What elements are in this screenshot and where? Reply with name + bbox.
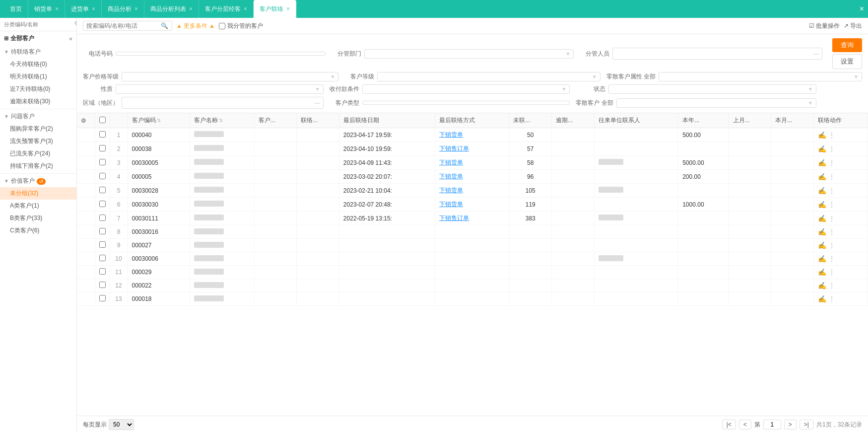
grid-action-icon[interactable]: ⋮ — [828, 255, 835, 263]
row-checkbox-cell[interactable] — [95, 212, 110, 225]
reset-button[interactable]: 设置 — [832, 54, 862, 69]
chat-icon[interactable]: ✍ — [818, 173, 826, 181]
row-last-way[interactable]: 下销货单 — [435, 156, 509, 170]
row-checkbox[interactable] — [99, 268, 106, 275]
settings-col-header[interactable]: ⚙ — [77, 113, 95, 128]
sidebar-item-today[interactable]: 今天待联络(0) — [0, 58, 76, 71]
sidebar-item-lost[interactable]: 已流失客户(24) — [0, 147, 76, 160]
tab-sales-close[interactable]: × — [55, 5, 59, 12]
group-problem-customers[interactable]: ▼ 问题客户 — [0, 110, 76, 123]
sidebar-item-ungrouped[interactable]: 未分组(32) — [0, 187, 76, 200]
chat-icon[interactable]: ✍ — [818, 295, 826, 303]
sidebar-item-declining[interactable]: 持续下滑客户(2) — [0, 160, 76, 172]
sidebar-item-class-c[interactable]: C类客户(6) — [0, 224, 76, 237]
manager-input[interactable]: ··· — [612, 48, 822, 60]
row-checkbox-cell[interactable] — [95, 252, 110, 266]
chat-icon[interactable]: ✍ — [818, 228, 826, 236]
grid-action-icon[interactable]: ⋮ — [828, 145, 835, 153]
chat-icon[interactable]: ✍ — [818, 268, 826, 276]
sidebar-item-class-b[interactable]: B类客户(33) — [0, 212, 76, 224]
search-icon[interactable]: 🔍 — [161, 22, 168, 29]
more-conditions-btn[interactable]: ▲ 更多条件 ▲ — [176, 22, 215, 30]
grid-action-icon[interactable]: ⋮ — [828, 187, 835, 195]
sidebar-item-abnormal[interactable]: 囤购异常客户(2) — [0, 123, 76, 135]
group-pending-contact[interactable]: ▼ 待联络客户 — [0, 46, 76, 58]
phone-input[interactable] — [116, 52, 326, 56]
export-btn[interactable]: ↗ 导出 — [844, 22, 862, 30]
row-checkbox[interactable] — [99, 241, 106, 248]
table-settings-icon[interactable]: ⚙ — [81, 117, 86, 124]
nature-select[interactable]: ▼ — [116, 84, 324, 94]
row-checkbox[interactable] — [99, 201, 106, 207]
row-checkbox-cell[interactable] — [95, 128, 110, 142]
tab-customer-mgr[interactable]: 客户分层经客 × — [199, 0, 254, 18]
window-close-icon[interactable]: × — [860, 4, 864, 13]
status-select[interactable]: ▼ — [608, 84, 816, 94]
sidebar-item-7days[interactable]: 近7天待联络(0) — [0, 83, 76, 95]
tab-analysis-list-close[interactable]: × — [189, 5, 193, 12]
page-size-select[interactable]: 50 100 200 — [109, 419, 134, 430]
customer-level-select[interactable]: ▼ — [377, 72, 600, 81]
grid-action-icon[interactable]: ⋮ — [828, 173, 835, 181]
retail-attr-select[interactable]: ▼ — [659, 72, 862, 81]
checkbox-col-header[interactable] — [95, 113, 110, 128]
row-checkbox[interactable] — [99, 131, 106, 138]
my-customers-checkbox[interactable] — [219, 23, 225, 29]
row-last-way[interactable]: 下销货单 — [435, 170, 509, 184]
row-checkbox[interactable] — [99, 228, 106, 234]
row-checkbox[interactable] — [99, 173, 106, 179]
row-checkbox-cell[interactable] — [95, 170, 110, 184]
row-last-way[interactable]: 下销货单 — [435, 128, 509, 142]
grid-action-icon[interactable]: ⋮ — [828, 228, 835, 236]
batch-ops-btn[interactable]: ☑ 批量操作 — [809, 22, 840, 30]
tab-sales[interactable]: 销货单 × — [28, 0, 65, 18]
row-checkbox-cell[interactable] — [95, 142, 110, 156]
grid-action-icon[interactable]: ⋮ — [828, 131, 835, 139]
row-checkbox[interactable] — [99, 187, 106, 193]
grid-action-icon[interactable]: ⋮ — [828, 295, 835, 303]
grid-action-icon[interactable]: ⋮ — [828, 159, 835, 167]
row-checkbox-cell[interactable] — [95, 198, 110, 212]
region-input[interactable]: ··· — [122, 97, 324, 109]
chat-icon[interactable]: ✍ — [818, 131, 826, 139]
code-col-header[interactable]: 客户编码 ⇅ — [128, 113, 190, 128]
row-last-way[interactable] — [435, 266, 509, 279]
row-checkbox[interactable] — [99, 282, 106, 288]
row-last-way[interactable]: 下销售订单 — [435, 212, 509, 225]
sidebar-item-tomorrow[interactable]: 明天待联络(1) — [0, 71, 76, 83]
chat-icon[interactable]: ✍ — [818, 241, 826, 249]
row-checkbox-cell[interactable] — [95, 239, 110, 252]
page-number-input[interactable] — [763, 420, 781, 430]
grid-action-icon[interactable]: ⋮ — [828, 215, 835, 222]
row-checkbox[interactable] — [99, 159, 106, 165]
payment-select[interactable]: ▼ — [362, 84, 570, 94]
row-last-way[interactable] — [435, 239, 509, 252]
price-level-select[interactable]: ▼ — [122, 72, 338, 81]
chat-icon[interactable]: ✍ — [818, 255, 826, 263]
retail-customer-select[interactable]: ▼ — [616, 98, 816, 108]
dept-select[interactable]: ▼ — [364, 49, 574, 59]
row-last-way[interactable] — [435, 252, 509, 266]
grid-action-icon[interactable]: ⋮ — [828, 268, 835, 276]
row-checkbox-cell[interactable] — [95, 279, 110, 292]
tab-analysis-close[interactable]: × — [134, 5, 138, 12]
tab-customer-contact-close[interactable]: × — [286, 5, 290, 12]
row-last-way[interactable]: 下销货单 — [435, 198, 509, 212]
sidebar-search-input[interactable] — [4, 21, 72, 27]
all-customers-header[interactable]: ⊞ 全部客户 « — [0, 31, 76, 46]
row-checkbox[interactable] — [99, 215, 106, 221]
tab-customer-contact[interactable]: 客户联络 × — [254, 0, 296, 18]
sidebar-item-at-risk[interactable]: 流失预警客户(3) — [0, 135, 76, 147]
tab-purchase-close[interactable]: × — [92, 5, 95, 12]
row-checkbox[interactable] — [99, 295, 106, 301]
grid-action-icon[interactable]: ⋮ — [828, 201, 835, 209]
row-checkbox-cell[interactable] — [95, 266, 110, 279]
chat-icon[interactable]: ✍ — [818, 215, 826, 222]
row-last-way[interactable] — [435, 292, 509, 306]
sidebar-item-class-a[interactable]: A类客户(1) — [0, 200, 76, 212]
chat-icon[interactable]: ✍ — [818, 159, 826, 167]
row-last-way[interactable] — [435, 225, 509, 239]
chat-icon[interactable]: ✍ — [818, 282, 826, 289]
next-page-btn[interactable]: > — [784, 420, 797, 430]
sidebar-item-overdue[interactable]: 逾期未联络(30) — [0, 95, 76, 108]
